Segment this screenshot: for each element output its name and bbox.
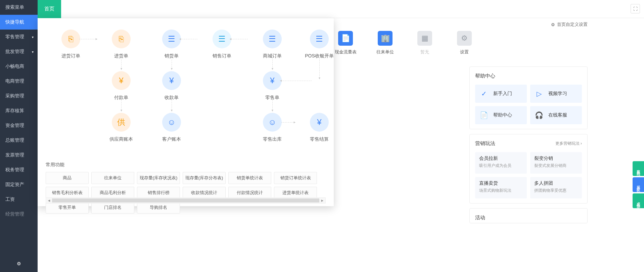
- fullscreen-icon[interactable]: ⛶: [631, 4, 640, 13]
- sidebar-item-ecom2[interactable]: 电商管理: [0, 74, 38, 89]
- workflow-diagram: ⎘进货订单 ⎘进货单 ☰销货单 ☰销售订单 ☰商城订单 ☰POS收银开单 ¥付款…: [46, 30, 326, 161]
- sidebar-item-procure[interactable]: 采购管理: [0, 89, 38, 103]
- node-pos-checkout[interactable]: ☰POS收银开单: [294, 30, 344, 59]
- btn-product-profit[interactable]: 商品毛利分析: [91, 187, 134, 199]
- marketing-card: 营销玩法 更多营销玩法 › 会员拉新吸引用户成为会员 裂变分销裂变式发展分销商 …: [469, 134, 588, 203]
- btn-sales-profit[interactable]: 销售毛利分析表: [46, 187, 89, 199]
- quick-partners[interactable]: 🏢往来单位: [373, 31, 397, 55]
- node-retail-outbound[interactable]: ☺零售出库: [247, 113, 297, 142]
- mkt-group[interactable]: 多人拼团拼团购物享受优惠: [530, 177, 582, 198]
- gear-icon: ⚙: [551, 22, 555, 27]
- sidebar-item-tax[interactable]: 税务管理: [0, 163, 38, 177]
- quick-actions: ⚙首页自定义设置 📄现金流量表 🏢往来单位 ▦暂无 ⚙设置: [334, 21, 588, 55]
- common-button-grid: 商品 往来单位 现存量(库存状况表) 现存量(库存分布表) 销货单统计表 销货订…: [46, 172, 326, 214]
- btn-payment-stat[interactable]: 付款情况统计: [228, 187, 271, 199]
- help-center[interactable]: 📄帮助中心: [475, 106, 527, 124]
- sidebar-item-inventory[interactable]: 库存核算: [0, 103, 38, 118]
- building-icon: 🏢: [378, 31, 393, 46]
- video-icon: ▷: [534, 89, 544, 98]
- help-support[interactable]: 🎧在线客服: [530, 106, 582, 124]
- mkt-member[interactable]: 会员拉新吸引用户成为会员: [475, 152, 527, 174]
- float-desktop[interactable]: 桌面快捷: [633, 193, 644, 208]
- node-receipt[interactable]: ¥收款单: [146, 71, 197, 101]
- side-cards: 帮助中心 ✓新手入门 ▷视频学习 📄帮助中心 🎧在线客服 营销玩法 更多营销玩法…: [469, 66, 588, 228]
- sidebar-item-ledger[interactable]: 总账管理: [0, 133, 38, 148]
- node-mall-order[interactable]: ☰商城订单: [247, 30, 297, 59]
- sidebar: 搜索菜单 快捷导航 零售管理▾ 批发管理▾ 小畅电商 电商管理 采购管理 库存核…: [0, 0, 38, 272]
- scroll-right-icon[interactable]: ►: [319, 198, 325, 202]
- help-beginner[interactable]: ✓新手入门: [475, 85, 527, 103]
- sidebar-item-wholesale[interactable]: 批发管理▾: [0, 44, 38, 59]
- node-purchase-order[interactable]: ⎘进货订单: [46, 30, 96, 59]
- btn-salesorder-stat[interactable]: 销货订单统计表: [274, 172, 317, 184]
- sidebar-search[interactable]: 搜索菜单: [0, 0, 38, 15]
- node-retail-bill[interactable]: ¥零售单: [247, 71, 297, 101]
- sidebar-item-retail[interactable]: 零售管理▾: [0, 30, 38, 44]
- sidebar-item-quicknav[interactable]: 快捷导航: [0, 15, 38, 30]
- mkt-title: 营销玩法: [475, 140, 495, 147]
- activity-card: 活动: [469, 208, 588, 223]
- node-customer-ledger[interactable]: ☺客户账本: [146, 113, 197, 142]
- tabbar: 首页 ⛶: [38, 0, 644, 18]
- scroll-thumb[interactable]: [52, 198, 319, 202]
- horizontal-scrollbar[interactable]: ◄ ►: [46, 197, 326, 203]
- sidebar-item-funds[interactable]: 资金管理: [0, 118, 38, 133]
- floating-tabs: 客服热线 服务社区 桌面快捷: [633, 161, 644, 208]
- btn-stock-status[interactable]: 现存量(库存状况表): [137, 172, 180, 184]
- btn-receipt-stat[interactable]: 收款情况统计: [183, 187, 226, 199]
- activity-title: 活动: [475, 215, 485, 221]
- btn-sales-rank[interactable]: 销售排行榜: [137, 187, 180, 199]
- quick-settings[interactable]: ⚙设置: [453, 31, 476, 55]
- node-sales-bill[interactable]: ☰销货单: [146, 30, 197, 59]
- tab-home[interactable]: 首页: [38, 0, 61, 18]
- mkt-live[interactable]: 直播卖货场景式购物新玩法: [475, 177, 527, 198]
- help-center-card: 帮助中心 ✓新手入门 ▷视频学习 📄帮助中心 🎧在线客服: [469, 66, 588, 129]
- help-title: 帮助中心: [475, 73, 495, 79]
- help-video[interactable]: ▷视频学习: [530, 85, 582, 103]
- node-supplier-ledger[interactable]: 供供应商账本: [96, 113, 146, 142]
- headset-icon: 🎧: [534, 110, 544, 120]
- float-hotline[interactable]: 客服热线: [633, 161, 644, 176]
- sidebar-item-assets[interactable]: 固定资产: [0, 177, 38, 192]
- sidebar-item-salary[interactable]: 工资: [0, 192, 38, 207]
- node-sales-order[interactable]: ☰销售订单: [197, 30, 247, 59]
- node-payment[interactable]: ¥付款单: [96, 71, 146, 101]
- scroll-left-icon[interactable]: ◄: [46, 198, 52, 202]
- quick-empty[interactable]: ▦暂无: [413, 31, 436, 55]
- quicknav-flyout: ⎘进货订单 ⎘进货单 ☰销货单 ☰销售订单 ☰商城订单 ☰POS收银开单 ¥付款…: [38, 18, 334, 206]
- btn-partners[interactable]: 往来单位: [91, 172, 134, 184]
- doc-icon: 📄: [479, 110, 489, 120]
- sidebar-item-ecom1[interactable]: 小畅电商: [0, 59, 38, 74]
- mkt-fission[interactable]: 裂变分销裂变式发展分销商: [530, 152, 582, 174]
- check-icon: ✓: [479, 89, 489, 98]
- common-functions: 常用功能 商品 往来单位 现存量(库存状况表) 现存量(库存分布表) 销货单统计…: [46, 162, 326, 214]
- float-community[interactable]: 服务社区: [633, 177, 644, 192]
- btn-sales-stat[interactable]: 销货单统计表: [228, 172, 271, 184]
- node-retail-settle[interactable]: ¥零售结算: [294, 113, 344, 142]
- customize-link[interactable]: ⚙首页自定义设置: [334, 21, 588, 28]
- placeholder-icon: ▦: [417, 31, 432, 46]
- btn-purchase-stat[interactable]: 进货单统计表: [274, 187, 317, 199]
- btn-product[interactable]: 商品: [46, 172, 89, 184]
- sidebar-item-biz[interactable]: 经营管理: [0, 207, 38, 222]
- settings-gear-icon[interactable]: ⚙: [0, 259, 38, 269]
- chevron-down-icon: ▾: [32, 35, 34, 39]
- sidebar-item-invoice[interactable]: 发票管理: [0, 148, 38, 163]
- btn-stock-dist[interactable]: 现存量(库存分布表): [183, 172, 226, 184]
- chevron-down-icon: ▾: [32, 50, 34, 54]
- mkt-more-link[interactable]: 更多营销玩法 ›: [555, 141, 582, 146]
- common-title: 常用功能: [46, 162, 326, 168]
- node-purchase-bill[interactable]: ⎘进货单: [96, 30, 146, 59]
- gear-icon: ⚙: [457, 31, 472, 46]
